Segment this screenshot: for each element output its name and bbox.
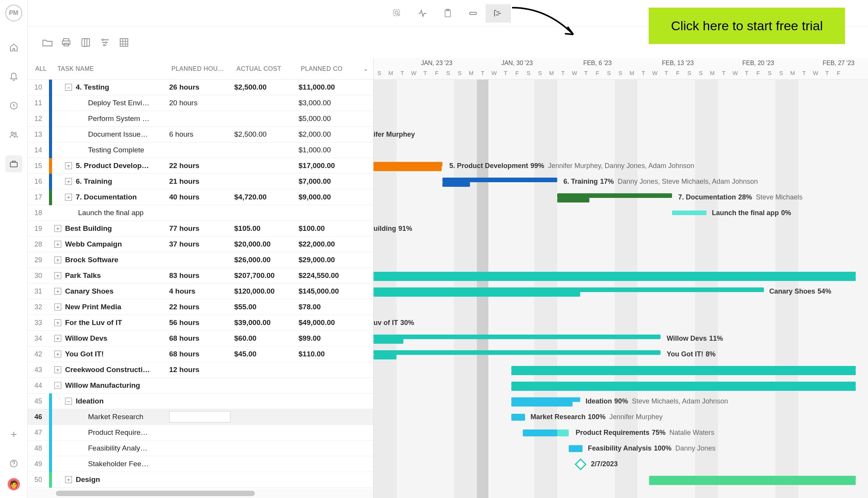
expand-icon[interactable]: +	[54, 256, 61, 263]
clock-icon[interactable]	[5, 97, 22, 114]
planned-cost-cell[interactable]: $99.00	[299, 334, 373, 343]
task-cell[interactable]: +Willow Devs	[52, 334, 169, 343]
gantt-bar[interactable]	[374, 162, 442, 167]
actual-cost-cell[interactable]: $207,700.00	[234, 271, 299, 280]
expand-icon[interactable]: +	[54, 366, 61, 373]
task-cell[interactable]: Launch the final app	[52, 209, 169, 217]
print-icon[interactable]	[60, 36, 73, 49]
gantt-track[interactable]: ifer Murphey	[374, 127, 868, 142]
task-cell[interactable]: +Brock Software	[52, 256, 169, 264]
gantt-track[interactable]	[374, 268, 868, 284]
actual-cost-cell[interactable]: $39,000.00	[234, 318, 299, 327]
planned-hours-cell[interactable]: 21 hours	[169, 177, 234, 186]
gantt-bar[interactable]	[523, 429, 557, 436]
chevron-down-icon[interactable]: ⌄	[363, 65, 373, 72]
expand-icon[interactable]: +	[54, 272, 61, 279]
gantt-track[interactable]	[374, 472, 868, 488]
gantt-track[interactable]: 7. Documentation28%Steve Michaels	[374, 189, 868, 205]
gantt-track[interactable]: You Got IT!8%	[374, 346, 868, 362]
planned-hours-cell[interactable]: 22 hours	[169, 303, 234, 311]
actual-cost-cell[interactable]: $26,000.00	[234, 256, 299, 264]
grid-icon[interactable]	[117, 36, 131, 49]
expand-icon[interactable]: +	[65, 476, 72, 483]
table-row[interactable]: 45–Ideation	[28, 394, 373, 409]
zoom-icon[interactable]	[385, 4, 410, 23]
planned-hours-cell[interactable]: 40 hours	[169, 193, 234, 201]
expand-icon[interactable]: +	[54, 319, 61, 326]
table-row[interactable]: 18Launch the final app	[28, 205, 373, 221]
col-planned-cost[interactable]: PLANNED CO	[301, 65, 363, 72]
planned-hours-cell[interactable]	[169, 411, 234, 423]
task-cell[interactable]: Deploy Test Envi…	[52, 99, 169, 107]
task-cell[interactable]: Testing Complete	[52, 146, 169, 154]
table-row[interactable]: 29+Brock Software$26,000.00$29,000.00	[28, 252, 373, 268]
planned-hours-cell[interactable]: 68 hours	[169, 350, 234, 358]
task-cell[interactable]: +6. Training	[52, 177, 169, 186]
gantt-bar[interactable]	[511, 382, 856, 386]
gantt-track[interactable]: Canary Shoes54%	[374, 284, 868, 299]
gantt-track[interactable]	[374, 362, 868, 378]
task-cell[interactable]: +Canary Shoes	[52, 287, 169, 296]
expand-icon[interactable]: +	[54, 304, 61, 310]
planned-hours-cell[interactable]: 26 hours	[169, 83, 234, 91]
planned-hours-cell[interactable]: 77 hours	[169, 224, 234, 233]
planned-cost-cell[interactable]: $29,000.00	[299, 256, 373, 264]
task-cell[interactable]: +Best Building	[52, 224, 169, 233]
gantt-bar[interactable]	[374, 355, 396, 359]
expand-icon[interactable]: +	[54, 288, 61, 295]
task-cell[interactable]: –4. Testing	[52, 83, 169, 91]
planned-cost-cell[interactable]: $78.00	[299, 303, 373, 311]
planned-hours-cell[interactable]: 22 hours	[169, 162, 234, 170]
table-row[interactable]: 50+Design	[28, 472, 373, 488]
task-cell[interactable]: +New Print Media	[52, 303, 169, 311]
filter-icon[interactable]	[98, 36, 112, 49]
gantt-track[interactable]: Product Requirements75%Natalie Waters	[374, 425, 868, 441]
table-row[interactable]: 47Product Require…	[28, 425, 373, 441]
home-icon[interactable]	[5, 39, 22, 56]
table-row[interactable]: 34+Willow Devs68 hours$60.00$99.00	[28, 331, 373, 346]
columns-icon[interactable]	[79, 36, 93, 49]
planned-cost-cell[interactable]: $145,000.00	[299, 287, 373, 296]
planned-cost-cell[interactable]: $49,000.00	[299, 318, 373, 327]
collapse-icon[interactable]: –	[65, 84, 72, 91]
table-row[interactable]: 48Feasibility Analy…	[28, 441, 373, 456]
task-cell[interactable]: +For the Luv of IT	[52, 318, 169, 327]
task-cell[interactable]: +Park Talks	[52, 271, 169, 280]
task-cell[interactable]: +7. Documentation	[52, 193, 169, 201]
actual-cost-cell[interactable]: $45.00	[234, 350, 299, 358]
table-row[interactable]: 44–Willow Manufacturing	[28, 378, 373, 394]
gantt-bar[interactable]	[374, 350, 661, 355]
actual-cost-cell[interactable]: $55.00	[234, 303, 299, 311]
task-cell[interactable]: Perform System …	[52, 114, 169, 123]
collapse-icon[interactable]: –	[65, 398, 72, 405]
planned-cost-cell[interactable]: $11,000.00	[299, 83, 373, 91]
gantt-bar[interactable]	[557, 193, 672, 198]
help-icon[interactable]	[5, 455, 22, 472]
gantt-body[interactable]: ifer Murphey5. Product Development99%Jen…	[374, 80, 868, 498]
gantt-bar[interactable]	[511, 402, 573, 407]
link-icon[interactable]	[460, 4, 486, 23]
task-cell[interactable]: +You Got IT!	[52, 350, 169, 358]
gantt-bar[interactable]	[511, 414, 525, 421]
table-row[interactable]: 46Market Research	[28, 409, 373, 425]
gantt-bar[interactable]	[374, 167, 442, 171]
actual-cost-cell[interactable]: $2,500.00	[234, 130, 299, 139]
planned-cost-cell[interactable]: $110.00	[299, 350, 373, 358]
planned-cost-cell[interactable]: $22,000.00	[299, 240, 373, 248]
planned-hours-cell[interactable]: 68 hours	[169, 334, 234, 343]
col-task-name[interactable]: TASK NAME	[54, 65, 171, 72]
gantt-track[interactable]: Launch the final app0%	[374, 205, 868, 221]
table-row[interactable]: 42+You Got IT!68 hours$45.00$110.00	[28, 346, 373, 362]
table-row[interactable]: 13Document Issue…6 hours$2,500.00$2,000.…	[28, 127, 373, 142]
gantt-track[interactable]: 2/7/2023	[374, 456, 868, 472]
gantt-bar[interactable]	[374, 335, 661, 339]
actual-cost-cell[interactable]: $4,720.00	[234, 193, 299, 201]
gantt-bar[interactable]	[511, 397, 580, 402]
task-cell[interactable]: Feasibility Analy…	[52, 444, 169, 452]
gantt-track[interactable]: Market Research100%Jennifer Murphey	[374, 409, 868, 425]
actual-cost-cell[interactable]: $2,500.00	[234, 83, 299, 91]
gantt-bar[interactable]	[374, 272, 856, 276]
expand-icon[interactable]: +	[65, 194, 72, 201]
planned-hours-cell[interactable]: 83 hours	[169, 271, 234, 280]
edit-input[interactable]	[169, 411, 230, 423]
